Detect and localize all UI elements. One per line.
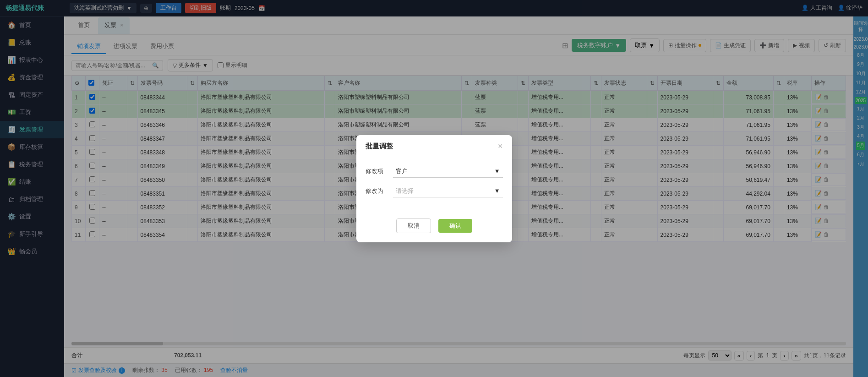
value-label: 修改为 [366, 187, 393, 195]
dropdown-arrow-icon2: ▼ [494, 187, 500, 194]
modal-field-row: 修改项 客户 ▼ [366, 165, 503, 178]
value-selector[interactable]: 请选择 ▼ [393, 185, 503, 197]
batch-adjust-modal: 批量调整 × 修改项 客户 ▼ 修改为 请选择 ▼ 取消 确认 [356, 135, 512, 242]
modal-title: 批量调整 [366, 142, 393, 151]
field-label: 修改项 [366, 167, 393, 175]
modal-body: 修改项 客户 ▼ 修改为 请选择 ▼ [356, 156, 512, 214]
modal-header: 批量调整 × [356, 135, 512, 156]
modal-footer: 取消 确认 [356, 214, 512, 242]
modal-value-row: 修改为 请选择 ▼ [366, 185, 503, 197]
modal-cancel-button[interactable]: 取消 [396, 219, 431, 233]
field-selector[interactable]: 客户 ▼ [393, 165, 503, 178]
modal-overlay: 批量调整 × 修改项 客户 ▼ 修改为 请选择 ▼ 取消 确认 [0, 0, 868, 377]
dropdown-arrow-icon: ▼ [494, 168, 500, 175]
modal-close-button[interactable]: × [498, 142, 503, 151]
modal-confirm-button[interactable]: 确认 [438, 219, 472, 233]
